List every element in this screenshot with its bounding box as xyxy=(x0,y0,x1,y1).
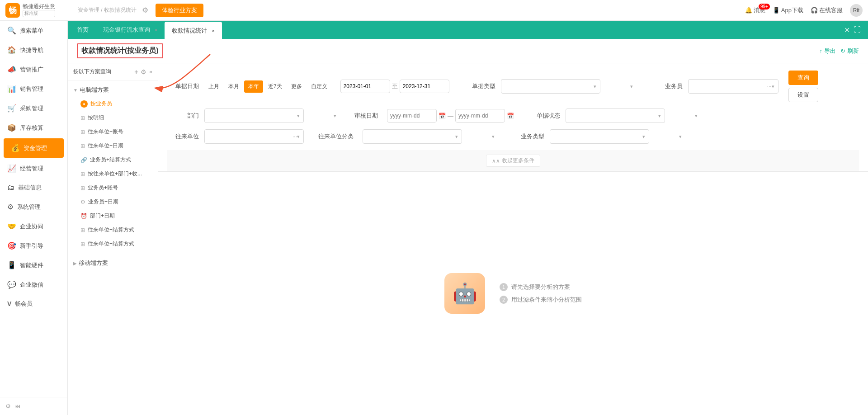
expand-window-icon[interactable]: ⛶ xyxy=(854,26,861,34)
tab-receipt-close[interactable]: × xyxy=(212,28,214,33)
date-tab-more[interactable]: 更多 xyxy=(287,80,306,93)
sidebar-item-system[interactable]: ⚙ 系统管理 xyxy=(0,197,67,217)
scheme-item-unit-settlement1[interactable]: ⊞ 往来单位+结算方式 xyxy=(68,223,158,237)
app-download-btn[interactable]: 📱 App下载 xyxy=(773,6,803,14)
salesperson-select[interactable]: ··· ▾ xyxy=(688,79,778,94)
dept-label: 部门 xyxy=(167,112,199,120)
scheme-group-mobile-header[interactable]: ▶ 移动端方案 xyxy=(68,256,158,270)
date-tab-this-month[interactable]: 本月 xyxy=(224,80,243,93)
review-date-from-cal-icon[interactable]: 📅 xyxy=(439,113,446,119)
sidebar-item-basic[interactable]: 🗂 基础信息 xyxy=(0,178,67,197)
finance-icon: 💰 xyxy=(11,144,20,152)
tab-receipt[interactable]: 收款情况统计 × xyxy=(165,22,222,40)
tab-bank[interactable]: 现金银行流水查询 × xyxy=(96,21,165,39)
date-tab-7days[interactable]: 近7天 xyxy=(264,80,286,93)
partner-category-select[interactable]: ▾ xyxy=(363,129,462,144)
refresh-button[interactable]: ↻ 刷新 xyxy=(840,47,859,55)
app-name: 畅捷通好生意 xyxy=(23,3,55,9)
sidebar-item-guide[interactable]: 🎯 新手引导 xyxy=(0,236,67,255)
scheme-item-salesperson-date[interactable]: ⚙ 业务员+日期 xyxy=(68,195,158,209)
partner-more-icon[interactable]: ··· xyxy=(292,133,297,140)
sidebar-item-label: 企业微信 xyxy=(20,281,43,289)
sales-icon: 📊 xyxy=(7,85,16,93)
more-dots-icon[interactable]: ··· xyxy=(767,83,772,90)
robot-icon: 🤖 xyxy=(444,273,485,314)
tab-bank-close[interactable]: × xyxy=(155,27,157,33)
scheme-collapse-icon[interactable]: « xyxy=(149,69,152,75)
sidebar-item-weixin[interactable]: 💬 企业微信 xyxy=(0,275,67,294)
tip-text-2: 用过滤条件来缩小分析范围 xyxy=(511,296,582,304)
date-to-input[interactable] xyxy=(400,80,449,93)
scheme-item-salesperson-settlement[interactable]: 🔗 业务员+结算方式 xyxy=(68,153,158,167)
sidebar-item-sales[interactable]: 📊 销售管理 xyxy=(0,79,67,99)
collapse-button[interactable]: ∧∧ 收起更多条件 xyxy=(486,155,540,167)
sidebar-settings-icon[interactable]: ⚙ xyxy=(5,403,11,410)
date-tab-last-month[interactable]: 上月 xyxy=(204,80,223,93)
doc-type-select[interactable]: ▾ xyxy=(501,79,600,94)
scheme-group-desktop-header[interactable]: ▼ 电脑端方案 xyxy=(68,83,158,97)
export-button[interactable]: ↑ 导出 xyxy=(820,47,836,55)
sidebar-item-marketing[interactable]: 📣 营销推广 xyxy=(0,60,67,79)
biz-type-chevron: ▾ xyxy=(642,134,645,140)
sidebar-item-corp[interactable]: 🤝 企业协同 xyxy=(0,217,67,236)
settings-icon-top[interactable]: ⚙ xyxy=(142,6,148,14)
close-window-icon[interactable]: ✕ xyxy=(844,26,850,34)
scheme-item-unit-settlement2[interactable]: ⊞ 往来单位+结算方式 xyxy=(68,237,158,251)
scheme-item-unit-date[interactable]: ⊞ 往来单位+日期 xyxy=(68,139,158,153)
sidebar-item-label: 系统管理 xyxy=(17,203,41,211)
biz-type-select[interactable]: ▾ xyxy=(550,129,649,144)
sidebar-item-label: 基础信息 xyxy=(18,184,42,192)
download-icon: 📱 xyxy=(773,7,780,14)
right-panel: 单据日期 上月 本月 本年 近7天 更多 自定义 至 xyxy=(158,63,868,415)
sidebar-bottom: ⚙ ⏮ xyxy=(0,397,67,415)
collapse-label: 收起更多条件 xyxy=(502,157,534,165)
scheme-item-by-detail[interactable]: ⊞ 按明细 xyxy=(68,111,158,125)
date-tab-this-year[interactable]: 本年 xyxy=(244,80,263,93)
partner-select[interactable]: ··· ▾ xyxy=(204,129,304,144)
scheme-settings-icon[interactable]: ⚙ xyxy=(141,68,146,75)
doc-type-label: 单据类型 xyxy=(464,82,495,90)
scheme-item-salesperson-account[interactable]: ⊞ 业务员+账号 xyxy=(68,181,158,195)
date-from-input[interactable] xyxy=(340,80,390,93)
review-date-to-input[interactable] xyxy=(455,109,505,123)
scheme-panel: 按以下方案查询 + ⚙ « ▼ 电脑端方案 ● 按业务员 xyxy=(68,63,158,415)
sidebar-item-hardware[interactable]: 📱 智能硬件 xyxy=(0,255,67,275)
scheme-item-unit-dept[interactable]: ⊞ 按往来单位+部门+收... xyxy=(68,167,158,181)
empty-illustration: 🤖 xyxy=(444,273,485,314)
review-date-label: 审核日期 xyxy=(354,112,378,120)
sidebar-item-operations[interactable]: 📈 经营管理 xyxy=(0,159,67,178)
active-dot-icon: ● xyxy=(80,100,88,108)
trial-button[interactable]: 体验行业方案 xyxy=(156,4,203,17)
sidebar-item-vip[interactable]: V 畅会员 xyxy=(0,294,67,313)
sidebar-collapse-icon[interactable]: ⏮ xyxy=(14,403,20,410)
online-service-btn[interactable]: 🎧 在线客服 xyxy=(811,6,843,14)
user-avatar[interactable]: Rit xyxy=(850,4,863,17)
action-buttons: 查询 设置 xyxy=(788,71,818,102)
scheme-item-label: 业务员+日期 xyxy=(88,198,118,206)
purchase-icon: 🛒 xyxy=(7,104,16,113)
review-date-from-input[interactable] xyxy=(387,109,437,123)
set-button[interactable]: 设置 xyxy=(788,88,818,102)
doc-type-chevron: ▾ xyxy=(594,84,596,90)
doc-status-select[interactable]: ▾ xyxy=(566,108,665,123)
review-date-to-cal-icon[interactable]: 📅 xyxy=(507,113,514,119)
scheme-item-unit-account[interactable]: ⊞ 往来单位+账号 xyxy=(68,125,158,139)
notification-button[interactable]: 🔔 消息 99+ xyxy=(745,6,765,14)
sidebar-item-inventory[interactable]: 📦 库存核算 xyxy=(0,118,67,137)
dept-select-wrapper: ▾ xyxy=(204,108,340,123)
scheme-item-by-salesperson[interactable]: ● 按业务员 xyxy=(68,97,158,111)
date-tab-custom[interactable]: 自定义 xyxy=(307,80,331,93)
main-layout: 🔍 搜索菜单 🏠 快捷导航 📣 营销推广 📊 销售管理 🛒 采购管理 📦 库存核… xyxy=(0,21,868,415)
scheme-add-icon[interactable]: + xyxy=(134,68,138,75)
sidebar-item-purchase[interactable]: 🛒 采购管理 xyxy=(0,99,67,118)
dept-select[interactable]: ▾ xyxy=(204,108,304,123)
sidebar-item-finance[interactable]: 💰 资金管理 xyxy=(4,138,64,158)
sidebar-item-search-menu[interactable]: 🔍 搜索菜单 xyxy=(0,21,67,40)
sidebar-item-quick-nav[interactable]: 🏠 快捷导航 xyxy=(0,40,67,60)
query-button[interactable]: 查询 xyxy=(788,71,818,85)
review-date-separator: — xyxy=(448,113,453,119)
corp-icon: 🤝 xyxy=(7,222,16,231)
date-label: 单据日期 xyxy=(167,82,199,90)
tab-home[interactable]: 首页 xyxy=(70,21,96,39)
scheme-item-dept-date[interactable]: ⏰ 部门+日期 xyxy=(68,209,158,223)
